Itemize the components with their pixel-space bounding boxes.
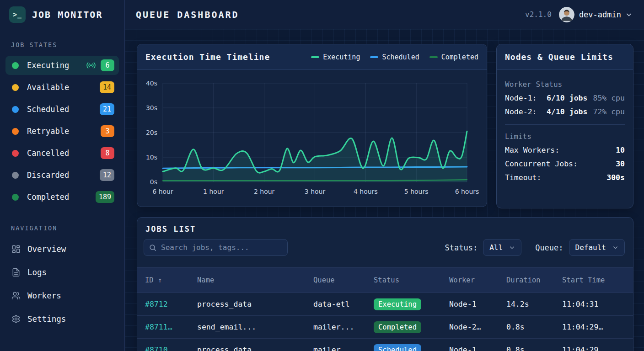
jobs-list-card: JOBS LIST Status: All [137, 217, 633, 351]
job-state-item[interactable]: Cancelled 8 [5, 144, 119, 163]
job-state-item[interactable]: Discarded 12 [5, 165, 119, 185]
svg-text:1 hour: 1 hour [203, 188, 224, 195]
state-label: Completed [27, 192, 69, 202]
job-duration: 0.8s [506, 323, 562, 331]
state-count-badge: 3 [101, 125, 114, 137]
job-id-link[interactable]: #8710 [145, 346, 197, 351]
legend-dash [429, 56, 438, 58]
chart-card-header: Execution Time Timeline Executing Schedu… [137, 44, 487, 70]
worker-row: Node-2: 4/10 jobs 72% cpu [505, 107, 625, 116]
search-input[interactable] [161, 243, 283, 252]
svg-text:4 hours: 4 hours [354, 188, 378, 195]
job-start-time: 11:04:29 [562, 346, 633, 351]
page-title: QUEUE DASHBOARD [136, 9, 239, 20]
sidebar: JOB STATES Executing 6 Availab [0, 29, 125, 351]
sidebar-divider [0, 215, 124, 215]
worker-status-heading: Worker Status [505, 80, 625, 89]
svg-text:10s: 10s [146, 154, 157, 161]
search-icon [149, 244, 157, 252]
jobs-toolbar: Status: All Queue: Default [137, 238, 633, 266]
limit-value: 30 [616, 160, 625, 168]
job-state-item[interactable]: Retryable 3 [5, 122, 119, 141]
svg-text:3 hour: 3 hour [305, 188, 326, 195]
sidebar-item-overview[interactable]: Overview [0, 239, 124, 259]
svg-text:20s: 20s [146, 129, 157, 136]
top-bar-right: v2.1.0 dev-admin [525, 7, 644, 22]
user-menu[interactable]: dev-admin [559, 7, 632, 22]
column-header-duration[interactable]: Duration [506, 276, 562, 284]
status-select[interactable]: All [483, 239, 521, 256]
job-state-item[interactable]: Completed 189 [5, 187, 119, 207]
legend-item-completed[interactable]: Completed [429, 53, 478, 61]
state-count-badge: 8 [101, 147, 114, 159]
job-queue: mailer [313, 346, 374, 351]
worker-name: Node-2: [505, 107, 537, 116]
limits-heading: Limits [505, 132, 625, 141]
job-state-item[interactable]: Available 14 [5, 78, 119, 97]
nav-label: Logs [27, 268, 47, 277]
svg-text:30s: 30s [146, 104, 157, 112]
worker-jobs: 4/10 jobs [547, 107, 587, 116]
state-right: 6 [86, 59, 114, 71]
state-count-badge: 14 [100, 81, 114, 93]
nodes-card-header: Nodes & Queue Limits [497, 44, 633, 70]
nodes-card-title: Nodes & Queue Limits [505, 52, 613, 62]
queue-select-value: Default [575, 243, 606, 252]
column-header-status[interactable]: Status [374, 276, 449, 284]
logs-file-icon [11, 268, 21, 277]
job-state-item[interactable]: Executing 6 [5, 56, 119, 75]
svg-text:6 hour: 6 hour [152, 188, 173, 195]
column-header-worker[interactable]: Worker [449, 276, 506, 284]
job-id-link[interactable]: #8712 [145, 300, 197, 308]
queue-select[interactable]: Default [569, 239, 625, 256]
legend-label: Completed [441, 53, 478, 61]
svg-text:5 hours: 5 hours [404, 188, 429, 195]
state-dot [12, 106, 19, 113]
state-label: Cancelled [27, 149, 69, 158]
state-count-badge: 12 [100, 169, 114, 181]
nodes-divider [505, 124, 625, 125]
limit-value: 300s [606, 173, 625, 182]
avatar [559, 7, 574, 22]
legend-item-scheduled[interactable]: Scheduled [370, 53, 419, 61]
job-id-link[interactable]: #8711… [145, 323, 197, 331]
table-row[interactable]: #8710 process_data mailer Scheduled Node… [137, 339, 633, 351]
state-label: Discarded [27, 170, 69, 180]
legend-label: Scheduled [382, 53, 419, 61]
chevron-down-icon [626, 12, 632, 17]
status-filter-label: Status: [445, 243, 478, 252]
sidebar-item-settings[interactable]: Settings [0, 309, 124, 329]
queue-filter-label: Queue: [535, 243, 563, 252]
column-header-id[interactable]: ID ↑ [145, 276, 197, 284]
overview-grid-icon [11, 245, 21, 254]
jobs-table-header: ID ↑ Name Queue Status Worker Duration S… [137, 267, 633, 293]
legend-label: Executing [323, 53, 360, 61]
column-header-queue[interactable]: Queue [313, 276, 374, 284]
state-count-badge: 6 [101, 59, 114, 71]
column-header-name[interactable]: Name [197, 276, 313, 284]
job-name: process_data [197, 346, 313, 351]
search-box [144, 239, 288, 256]
filters: Status: All Queue: Default [445, 239, 625, 256]
sidebar-item-workers[interactable]: Workers [0, 286, 124, 306]
table-row[interactable]: #8712 process_data data-etl Executing No… [137, 293, 633, 316]
job-state-item[interactable]: Scheduled 21 [5, 100, 119, 119]
nav-label: Settings [27, 314, 66, 324]
nav-label: Workers [27, 291, 61, 300]
job-start-time: 11:04:31 [562, 300, 633, 308]
chevron-down-icon [509, 245, 515, 250]
terminal-glyph: >_ [13, 11, 22, 19]
main-content: Execution Time Timeline Executing Schedu… [125, 29, 644, 351]
column-header-start-time[interactable]: Start Time [562, 276, 633, 284]
state-dot [12, 150, 19, 157]
nav-label: Overview [27, 245, 66, 254]
legend-dash [311, 56, 319, 58]
status-badge: Scheduled [374, 344, 421, 351]
sidebar-item-logs[interactable]: Logs [0, 262, 124, 282]
chevron-down-icon [612, 245, 618, 250]
table-row[interactable]: #8711… send_email... mailer... Completed… [137, 316, 633, 339]
legend-item-executing[interactable]: Executing [311, 53, 360, 61]
limit-row: Timeout: 300s [505, 173, 625, 182]
timeline-chart: 0s10s20s30s40s6 hour1 hour2 hour3 hour4 … [137, 70, 488, 206]
settings-gear-icon [11, 314, 21, 324]
